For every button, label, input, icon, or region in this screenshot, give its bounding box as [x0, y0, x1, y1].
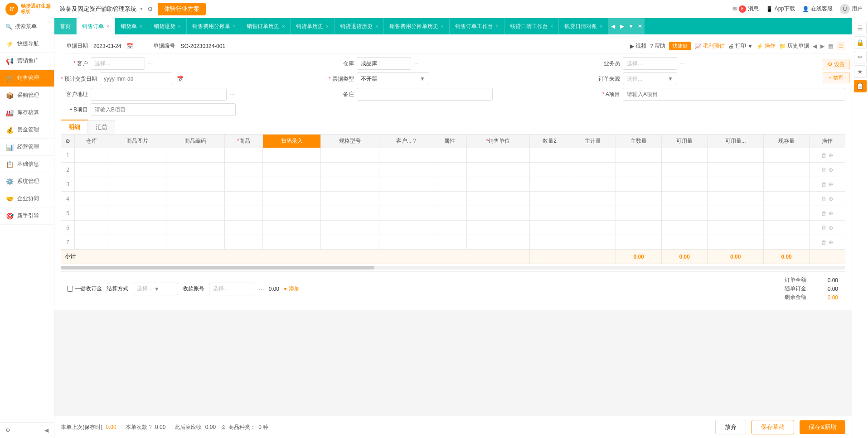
a-project-input[interactable] — [623, 88, 845, 101]
table-cell[interactable] — [570, 192, 616, 206]
horizontal-scrollbar[interactable] — [61, 266, 845, 270]
table-cell[interactable] — [108, 148, 166, 163]
delivery-date-input[interactable] — [100, 72, 172, 85]
table-cell[interactable] — [529, 177, 570, 192]
sidebar-item-enterprise[interactable]: 🤝 企业协同 — [0, 190, 54, 207]
table-cell[interactable] — [570, 221, 616, 235]
table-cell[interactable] — [570, 177, 616, 192]
table-cell[interactable] — [166, 163, 224, 177]
tab-sales-fee-history[interactable]: 销售费用分摊单历史 × — [384, 18, 450, 34]
sidebar-item-basic[interactable]: 📋 基础信息 — [0, 156, 54, 173]
tab-sales-return[interactable]: 销货单 × — [115, 18, 148, 34]
table-cell[interactable] — [616, 221, 662, 235]
table-cell[interactable] — [433, 235, 466, 250]
table-cell[interactable] — [379, 235, 433, 250]
discard-button[interactable]: 放弃 — [715, 420, 746, 434]
table-cell[interactable] — [263, 235, 321, 250]
add-payment-button[interactable]: ● 添加 — [284, 285, 300, 293]
table-cell[interactable] — [466, 206, 529, 221]
curr-amount-help-icon[interactable]: ? — [149, 424, 152, 430]
table-cell[interactable] — [529, 192, 570, 206]
tab-close-sales-return[interactable]: × — [140, 24, 142, 29]
table-cell[interactable] — [224, 206, 263, 221]
float-btn-2[interactable]: 🔒 — [854, 36, 867, 49]
table-cell[interactable] — [108, 221, 166, 235]
b-project-input[interactable] — [91, 103, 236, 116]
address-more-icon[interactable]: ··· — [229, 91, 235, 98]
table-cell[interactable] — [708, 221, 764, 235]
tab-detail[interactable]: 明细 — [61, 120, 88, 134]
tab-summary[interactable]: 汇总 — [88, 120, 115, 134]
sidebar-item-purchase[interactable]: 📦 采购管理 — [0, 87, 54, 104]
table-cell[interactable] — [75, 148, 108, 163]
table-cell[interactable]: 🗑⊕ — [810, 235, 845, 250]
table-cell[interactable] — [529, 235, 570, 250]
table-cell[interactable] — [616, 177, 662, 192]
table-cell[interactable] — [708, 235, 764, 250]
tab-close-cash-day[interactable]: × — [551, 24, 553, 29]
grid-view-icon[interactable]: ▦ — [828, 43, 833, 49]
table-cell[interactable] — [662, 221, 708, 235]
table-cell[interactable] — [321, 177, 379, 192]
table-cell[interactable] — [433, 148, 466, 163]
row-delete-icon[interactable]: 🗑 — [821, 239, 827, 245]
table-cell[interactable] — [764, 221, 810, 235]
table-cell[interactable] — [433, 206, 466, 221]
account-more-icon[interactable]: ··· — [259, 285, 264, 293]
table-cell[interactable]: 🗑⊕ — [810, 177, 845, 192]
system-title[interactable]: 装备及固定资产辅助管理系统 ▼ — [60, 5, 144, 13]
table-cell[interactable] — [662, 177, 708, 192]
settings-gear-icon[interactable]: ⚙ — [147, 5, 153, 13]
history-btn[interactable]: 📁 历史单据 — [779, 42, 809, 50]
table-cell[interactable] — [433, 192, 466, 206]
warehouse-select[interactable]: 成品库 — [357, 57, 411, 70]
float-btn-1[interactable]: ☰ — [854, 22, 867, 34]
customer-more-icon[interactable]: ··· — [148, 60, 153, 67]
table-cell[interactable] — [263, 206, 321, 221]
profit-btn[interactable]: 📈 毛利预估 — [695, 42, 725, 50]
table-cell[interactable]: 🗑⊕ — [810, 221, 845, 235]
tab-close-cash-reconcile[interactable]: × — [600, 24, 602, 29]
table-cell[interactable] — [75, 206, 108, 221]
table-cell[interactable] — [466, 192, 529, 206]
table-cell[interactable] — [529, 148, 570, 163]
save-new-button[interactable]: 保存&新增 — [800, 420, 845, 434]
table-cell[interactable] — [166, 221, 224, 235]
table-cell[interactable] — [662, 163, 708, 177]
table-cell[interactable] — [224, 192, 263, 206]
col-settings[interactable]: ⚙ — [61, 135, 75, 148]
row-copy-icon[interactable]: ⊕ — [829, 181, 833, 188]
table-cell[interactable] — [166, 148, 224, 163]
table-cell[interactable] — [708, 163, 764, 177]
table-cell[interactable]: 🗑⊕ — [810, 163, 845, 177]
invoice-type-select[interactable]: 不开票 ▼ — [357, 72, 429, 85]
tab-sales-refund[interactable]: 销货退货 × — [148, 18, 187, 34]
table-cell[interactable] — [166, 192, 224, 206]
order-source-select[interactable]: 选择... ▼ — [623, 72, 677, 85]
customer-select[interactable]: 选择... — [91, 57, 145, 70]
table-cell[interactable] — [108, 206, 166, 221]
table-cell[interactable] — [662, 148, 708, 163]
table-cell[interactable] — [379, 192, 433, 206]
row-delete-icon[interactable]: 🗑 — [821, 225, 827, 231]
view-btn[interactable]: ▶ 视频 — [630, 42, 646, 50]
tab-sales-return-history[interactable]: 销货单历史 × — [291, 18, 335, 34]
table-cell[interactable] — [764, 163, 810, 177]
table-cell[interactable] — [662, 206, 708, 221]
col-customer-code-help-icon[interactable]: ? — [413, 138, 416, 144]
tab-sales-fee[interactable]: 销售费用分摊单 × — [187, 18, 242, 34]
table-cell[interactable] — [108, 163, 166, 177]
table-cell[interactable] — [108, 177, 166, 192]
table-cell[interactable] — [466, 148, 529, 163]
tab-sales-order[interactable]: 销售订单 × — [77, 18, 115, 34]
tab-close-sales-refund-history[interactable]: × — [375, 24, 378, 29]
table-cell[interactable]: 🗑⊕ — [810, 206, 845, 221]
tab-close-sales-order[interactable]: × — [107, 24, 109, 29]
table-cell[interactable] — [75, 192, 108, 206]
table-cell[interactable] — [321, 163, 379, 177]
app-download-item[interactable]: 📱 App下载 — [766, 5, 795, 13]
table-cell[interactable] — [433, 177, 466, 192]
table-cell[interactable] — [529, 163, 570, 177]
row-copy-icon[interactable]: ⊕ — [829, 239, 833, 245]
sidebar-item-inventory[interactable]: 🏭 库存核算 — [0, 104, 54, 121]
